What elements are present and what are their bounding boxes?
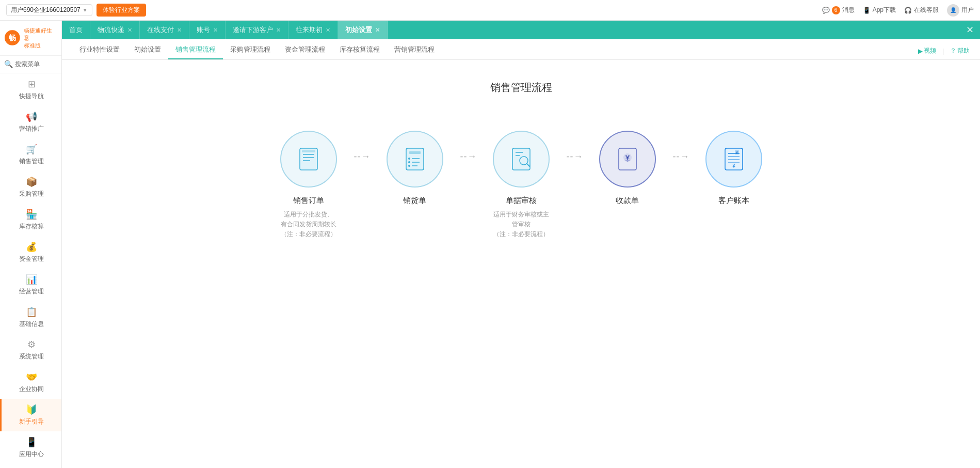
- svg-text:¥: ¥: [732, 163, 735, 169]
- brand-name: 畅捷通好生意 标准版: [24, 27, 57, 49]
- receipt-title: 收款单: [616, 196, 639, 206]
- svg-rect-8: [409, 151, 421, 154]
- flow-step-delivery: 销货单: [374, 131, 456, 210]
- message-icon: 💬: [822, 7, 830, 14]
- sidebar-search[interactable]: 🔍 搜索菜单: [0, 56, 61, 73]
- nav-tab-payment[interactable]: 在线支付 ✕: [140, 21, 189, 39]
- flow-step-review: 单据审核 适用于财务审核或主管审核（注：非必要流程）: [480, 131, 563, 240]
- svg-text:¥: ¥: [736, 151, 738, 154]
- nav-tab-account[interactable]: 账号 ✕: [189, 21, 226, 39]
- nav-tab-init-settings-label: 初始设置: [345, 25, 372, 35]
- sub-tab-fund-flow[interactable]: 资金管理流程: [278, 41, 332, 59]
- sidebar-label-new-guide: 新手引导: [19, 417, 44, 426]
- delivery-icon: [402, 146, 428, 172]
- basic-info-icon: 📋: [26, 306, 37, 318]
- nav-tab-home[interactable]: 首页: [62, 21, 90, 39]
- review-desc: 适用于财务审核或主管审核（注：非必要流程）: [493, 210, 549, 240]
- video-icon: ▶: [918, 48, 923, 55]
- arrow-icon-3: - - →: [567, 151, 582, 162]
- operations-icon: 📊: [26, 274, 37, 285]
- user-avatar-item[interactable]: 👤 用户: [947, 4, 974, 17]
- help-button[interactable]: ？ 帮助: [950, 46, 970, 55]
- sidebar-item-basic-info[interactable]: 📋 基础信息: [0, 301, 61, 334]
- sidebar-item-system[interactable]: ⚙ 系统管理: [0, 334, 61, 366]
- app-center-icon: 📱: [26, 436, 37, 448]
- sidebar-item-quick-nav[interactable]: ⊞ 快捷导航: [0, 73, 61, 106]
- svg-text:畅: 畅: [9, 34, 16, 42]
- flow-arrow-3: - - →: [563, 151, 586, 162]
- sales-order-desc: 适用于分批发货、有合同发货周期较长（注：非必要流程）: [281, 210, 336, 240]
- flow-circle-customer-account: ¥ ¥: [705, 131, 762, 188]
- video-help-button[interactable]: ▶ 视频: [918, 46, 936, 55]
- sub-tab-inventory-flow[interactable]: 库存核算流程: [332, 41, 387, 59]
- nav-tab-period-init[interactable]: 往来期初 ✕: [288, 21, 338, 39]
- nav-tab-logistics-close[interactable]: ✕: [127, 27, 132, 34]
- sales-icon: 🛒: [26, 144, 37, 155]
- trial-button[interactable]: 体验行业方案: [97, 4, 146, 17]
- app-label: App下载: [873, 6, 896, 14]
- sidebar-item-sales[interactable]: 🛒 销售管理: [0, 138, 61, 171]
- nav-tab-invite[interactable]: 邀请下游客户 ✕: [226, 21, 288, 39]
- nav-tab-init-settings[interactable]: 初始设置 ✕: [338, 21, 388, 39]
- customer-account-title: 客户账本: [718, 196, 749, 206]
- sidebar-item-inventory[interactable]: 🏪 库存核算: [0, 204, 61, 236]
- sidebar-item-enterprise-collab[interactable]: 🤝 企业协同: [0, 366, 61, 399]
- flow-arrow-4: - - →: [669, 151, 693, 162]
- nav-tab-account-close[interactable]: ✕: [213, 27, 218, 34]
- sidebar-item-enterprise-wechat[interactable]: 💬 企业微信: [0, 464, 61, 468]
- user-name-label: 用户: [961, 6, 974, 14]
- flow-arrow-1: - - →: [350, 151, 374, 162]
- sub-tab-marketing-flow[interactable]: 营销管理流程: [387, 41, 442, 59]
- nav-tab-account-label: 账号: [197, 25, 210, 35]
- nav-tab-payment-close[interactable]: ✕: [177, 27, 182, 34]
- review-title: 单据审核: [506, 196, 537, 206]
- arrow-icon-4: - - →: [673, 151, 688, 162]
- nav-tab-invite-close[interactable]: ✕: [276, 27, 281, 34]
- flow-arrow-2: - - →: [456, 151, 480, 162]
- guide-icon: 🔰: [26, 404, 37, 415]
- arrow-icon-2: - - →: [460, 151, 476, 162]
- nav-tab-init-settings-close[interactable]: ✕: [375, 27, 380, 34]
- sub-tab-purchase-flow[interactable]: 采购管理流程: [223, 41, 278, 59]
- app-icon: 📱: [863, 7, 871, 14]
- sidebar: 畅 畅捷通好生意 标准版 🔍 搜索菜单 ⊞ 快捷导航 📢 营销推广 🛒 销售管理…: [0, 21, 62, 468]
- sidebar-label-quick-nav: 快捷导航: [19, 92, 44, 101]
- nav-tab-invite-label: 邀请下游客户: [233, 25, 273, 35]
- sidebar-item-finance[interactable]: 💰 资金管理: [0, 236, 61, 269]
- sub-tab-industry[interactable]: 行业特性设置: [72, 41, 127, 59]
- avatar: 👤: [947, 4, 959, 17]
- flow-circle-receipt: ¥ ¥: [599, 131, 656, 188]
- sidebar-item-purchase[interactable]: 📦 采购管理: [0, 171, 61, 204]
- finance-icon: 💰: [26, 241, 37, 253]
- chevron-down-icon: ▼: [83, 7, 88, 13]
- search-icon: 🔍: [4, 60, 13, 68]
- svg-text:¥: ¥: [626, 155, 629, 161]
- sidebar-label-operations: 经营管理: [19, 287, 44, 296]
- receipt-icon: ¥ ¥: [615, 146, 640, 172]
- flow-step-customer-account: ¥ ¥ 客户账本: [693, 131, 775, 210]
- sub-tab-sales-flow-label: 销售管理流程: [175, 45, 216, 53]
- help-icon: ？: [950, 46, 956, 55]
- sidebar-logo: 畅 畅捷通好生意 标准版: [0, 21, 61, 56]
- app-download-item[interactable]: 📱 App下载: [863, 6, 896, 14]
- sub-tab-init-label: 初始设置: [134, 45, 161, 53]
- sidebar-item-new-guide[interactable]: 🔰 新手引导: [0, 399, 61, 431]
- top-bar-left: 用户690企业1660120507 ▼ 体验行业方案: [6, 4, 146, 17]
- sub-tab-fund-flow-label: 资金管理流程: [285, 45, 325, 53]
- flow-diagram: 销售订单 适用于分批发货、有合同发货周期较长（注：非必要流程） - - →: [72, 120, 970, 250]
- close-all-tabs-button[interactable]: ✕: [960, 24, 980, 36]
- customer-service-item[interactable]: 🎧 在线客服: [904, 6, 939, 14]
- user-selector[interactable]: 用户690企业1660120507 ▼: [6, 4, 92, 16]
- nav-tab-period-init-label: 往来期初: [296, 25, 323, 35]
- sub-tab-init[interactable]: 初始设置: [127, 41, 168, 59]
- sub-tab-marketing-flow-label: 营销管理流程: [394, 45, 435, 53]
- nav-tab-logistics[interactable]: 物流快递 ✕: [90, 21, 140, 39]
- message-icon-item[interactable]: 💬 6 消息: [822, 6, 855, 14]
- service-label: 在线客服: [914, 6, 939, 14]
- sidebar-item-app-center[interactable]: 📱 应用中心: [0, 431, 61, 464]
- nav-tab-period-init-close[interactable]: ✕: [326, 27, 330, 34]
- sidebar-item-marketing[interactable]: 📢 营销推广: [0, 106, 61, 138]
- sidebar-label-finance: 资金管理: [19, 255, 44, 263]
- sub-tab-sales-flow[interactable]: 销售管理流程: [168, 41, 223, 59]
- sidebar-item-operations[interactable]: 📊 经营管理: [0, 269, 61, 301]
